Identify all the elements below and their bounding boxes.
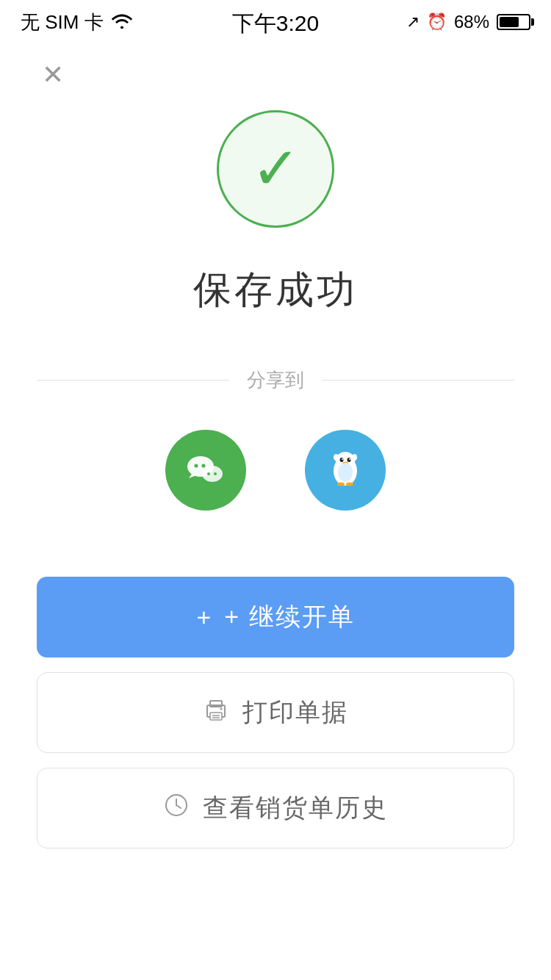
print-icon <box>203 696 229 729</box>
alarm-icon: ⏰ <box>427 12 447 32</box>
svg-rect-21 <box>210 713 222 720</box>
svg-point-15 <box>337 483 345 486</box>
status-right: ↗ ⏰ 68% <box>406 12 530 32</box>
svg-point-2 <box>195 464 198 468</box>
close-button[interactable]: ✕ <box>37 59 69 91</box>
history-icon <box>163 792 190 824</box>
share-icons <box>37 430 514 511</box>
share-label: 分享到 <box>229 367 322 393</box>
plus-icon: + <box>196 603 211 632</box>
svg-point-5 <box>214 472 217 475</box>
qq-icon <box>323 447 368 493</box>
svg-line-27 <box>176 805 181 808</box>
svg-point-16 <box>346 483 353 486</box>
svg-point-11 <box>342 458 343 460</box>
close-icon: ✕ <box>42 62 64 88</box>
wechat-icon <box>183 447 228 493</box>
status-time: 下午3:20 <box>232 9 319 39</box>
location-icon: ↗ <box>406 12 419 32</box>
main-content: ✕ ✓ 保存成功 分享到 <box>0 44 551 569</box>
continue-order-button[interactable]: + + 继续开单 <box>37 577 514 657</box>
battery-icon <box>497 14 530 30</box>
view-history-button[interactable]: 查看销货单历史 <box>37 768 514 849</box>
svg-point-3 <box>202 464 206 468</box>
success-title: 保存成功 <box>193 264 358 316</box>
svg-point-9 <box>340 458 344 462</box>
svg-point-14 <box>338 463 353 482</box>
no-sim-text: 无 SIM 卡 <box>21 10 104 35</box>
status-left: 无 SIM 卡 <box>21 10 133 35</box>
battery-percent: 68% <box>454 12 489 32</box>
view-history-label: 查看销货单历史 <box>203 791 388 825</box>
status-bar: 无 SIM 卡 下午3:20 ↗ ⏰ 68% <box>0 0 551 44</box>
continue-order-label: + 继续开单 <box>224 600 354 634</box>
print-receipt-label: 打印单据 <box>242 696 348 729</box>
wifi-icon <box>111 11 133 34</box>
success-section: ✓ 保存成功 分享到 <box>37 66 514 569</box>
svg-point-12 <box>349 458 350 460</box>
svg-point-1 <box>202 466 223 482</box>
action-buttons: + + 继续开单 打印单据 查看销货单历史 <box>0 577 551 849</box>
wechat-share-button[interactable] <box>165 430 246 511</box>
checkmark-icon: ✓ <box>251 140 300 198</box>
success-circle: ✓ <box>217 110 334 228</box>
share-divider: 分享到 <box>37 367 514 393</box>
print-receipt-button[interactable]: 打印单据 <box>37 672 514 753</box>
qq-share-button[interactable] <box>305 430 386 511</box>
svg-point-10 <box>347 458 351 462</box>
svg-point-24 <box>220 708 223 710</box>
share-section: 分享到 <box>37 367 514 569</box>
svg-point-4 <box>207 472 210 475</box>
